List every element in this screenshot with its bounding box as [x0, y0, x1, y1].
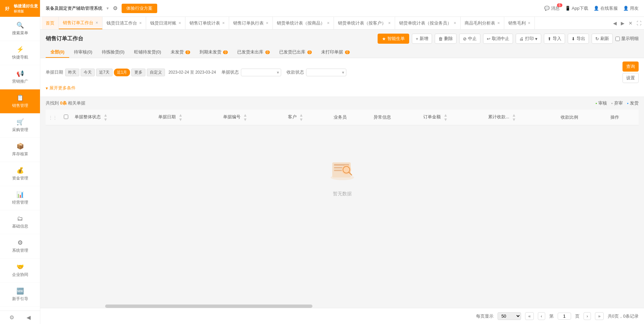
filter-date-yesterday[interactable]: 昨天	[65, 69, 79, 76]
add-button[interactable]: + 新增	[412, 34, 432, 44]
settings-filter-button[interactable]: 设置	[622, 73, 639, 83]
delete-icon: 🗑	[438, 36, 443, 41]
ship-action-btn[interactable]: 发货	[627, 100, 639, 106]
tab-close-icon[interactable]: ✕	[139, 21, 142, 25]
subtab-overdue[interactable]: 到期未发货 0	[195, 47, 232, 58]
subtab-pending-inspect[interactable]: 待拣验货(0)	[97, 47, 129, 58]
refresh-button[interactable]: ↻ 刷新	[592, 34, 613, 44]
subtab-badge: 0	[345, 50, 350, 54]
show-detail-checkbox[interactable]: 显示明细	[615, 36, 639, 42]
subtab-shipped-out[interactable]: 已发货已出库 0	[274, 47, 316, 58]
print-button[interactable]: 🖨 打印 ▾	[516, 34, 541, 44]
query-button[interactable]: 查询	[622, 62, 639, 72]
sidebar-item-sales[interactable]: 📋 销售管理	[0, 89, 40, 114]
cancel-stop-button[interactable]: ↩ 取消中止	[483, 34, 513, 44]
subtab-wangpu[interactable]: 旺铺待发货(0)	[129, 47, 166, 58]
export-button[interactable]: ⬇ 导出	[568, 34, 589, 44]
sidebar-item-system[interactable]: ⚙ 系统管理	[0, 234, 40, 258]
experience-btn[interactable]: 体验行业方案	[122, 4, 157, 13]
user-item[interactable]: 👤 用友	[623, 5, 639, 11]
filter-date-item: 单据日期 昨天 今天 近7天 近1月 更多 自定义 2023-02-24 至 2…	[46, 69, 216, 76]
tab-cash-daily[interactable]: 钱货日清工作台 ✕	[102, 17, 146, 29]
filter-status-select[interactable]	[241, 69, 281, 76]
tab-close-icon[interactable]: ✕	[266, 21, 268, 25]
tab-home[interactable]: 首页	[42, 17, 59, 29]
topbar-settings-icon[interactable]: ⚙	[113, 5, 118, 11]
tab-maximize-btn[interactable]: ⛶	[635, 20, 643, 27]
sidebar-item-purchase[interactable]: 🛒 采购管理	[0, 114, 40, 138]
sidebar-item-inventory[interactable]: 📦 库存核算	[0, 138, 40, 162]
tab-close-icon[interactable]: ✕	[454, 21, 456, 25]
tab-close-icon[interactable]: ✕	[497, 21, 500, 25]
app-download-item[interactable]: 📱 App下载	[565, 5, 588, 11]
filter-date-7days[interactable]: 近7天	[96, 69, 113, 76]
show-detail-input[interactable]	[615, 37, 620, 41]
cancel-action-btn[interactable]: 弃审	[611, 100, 623, 106]
col-status: 单据整体状态 ▲▼	[72, 110, 156, 125]
tab-close-all-btn[interactable]: ✕	[627, 20, 634, 27]
filter-date-1month[interactable]: 近1月	[114, 69, 130, 76]
scroll-thumb[interactable]	[105, 305, 313, 308]
tab-sales-profit[interactable]: 销售毛利 ✕	[504, 17, 535, 29]
tab-sales-staff[interactable]: 销货单统计表（按业务员） ✕	[395, 17, 461, 29]
filter-payment-select[interactable]	[306, 69, 346, 76]
sidebar-item-operation[interactable]: 📊 经营管理	[0, 186, 40, 210]
sidebar-item-search[interactable]: 🔍 搜索菜单	[0, 17, 40, 41]
audit-action-btn[interactable]: 审核	[595, 100, 607, 106]
sidebar-item-basic[interactable]: 🗂 基础信息	[0, 210, 40, 234]
summary-count: 0条	[60, 100, 67, 106]
subtab-not-shipped[interactable]: 未发货 0	[166, 47, 195, 58]
delete-button[interactable]: 🗑 删除	[435, 34, 457, 44]
tab-sales-exec[interactable]: 销售订单执行表 ✕	[229, 17, 273, 29]
empty-svg	[326, 152, 359, 186]
smart-gen-button[interactable]: ★ 智能生单	[378, 34, 409, 44]
per-page-select[interactable]: 10 20 50 100	[498, 312, 521, 320]
filter-date-more[interactable]: 更多	[131, 69, 145, 76]
tab-cash-reconcile[interactable]: 钱货日清对账 ✕	[146, 17, 185, 29]
tab-gross[interactable]: 商品毛利分析表 ✕	[461, 17, 504, 29]
system-icon: ⚙	[17, 239, 23, 246]
sidebar-item-marketing[interactable]: 📢 营销推广	[0, 65, 40, 89]
settings-bottom-icon[interactable]: ⚙	[9, 314, 14, 321]
next-page-btn[interactable]: ›	[584, 312, 591, 320]
tab-close-icon[interactable]: ✕	[178, 21, 181, 25]
online-service-item[interactable]: 👤 在线客服	[594, 5, 618, 11]
subtab-not-printed[interactable]: 未打印单据 0	[316, 47, 354, 58]
sidebar-item-quicknav[interactable]: ⚡ 快捷导航	[0, 41, 40, 65]
sidebar-item-guide[interactable]: 🆕 新手引导	[0, 283, 40, 307]
sidebar-item-enterprise[interactable]: 🤝 企业协同	[0, 258, 40, 283]
refresh-icon: ↻	[595, 36, 599, 41]
tab-sales-stat[interactable]: 销售订单统计表 ✕	[185, 17, 229, 29]
stop-button[interactable]: ⊘ 中止	[459, 34, 480, 44]
tab-close-icon[interactable]: ✕	[95, 21, 98, 25]
tab-sales-customer[interactable]: 销货单统计表（按客户） ✕	[334, 17, 395, 29]
last-page-btn[interactable]: »	[595, 312, 603, 320]
collapse-icon[interactable]: ◀	[27, 314, 31, 321]
subtab-shipped-not-out[interactable]: 已发货未出库 0	[232, 47, 274, 58]
select-all-checkbox[interactable]	[64, 115, 68, 119]
subtab-pending-review[interactable]: 待审核(0)	[69, 47, 97, 58]
sidebar-item-finance[interactable]: 💰 资金管理	[0, 162, 40, 186]
export-label: 导出	[576, 36, 585, 42]
tab-close-icon[interactable]: ✕	[528, 21, 530, 25]
first-page-btn[interactable]: «	[525, 312, 533, 320]
tab-label: 销售订单统计表	[189, 20, 220, 26]
import-button[interactable]: ⬆ 导入	[544, 34, 565, 44]
scroll-track[interactable]	[46, 305, 639, 308]
expand-filter-btn[interactable]: ▾ 展开更多条件	[46, 85, 76, 91]
prev-page-btn[interactable]: ‹	[538, 312, 545, 320]
tab-label: 销售订单执行表	[233, 20, 264, 26]
filter-date-custom[interactable]: 自定义	[147, 69, 165, 76]
page-input[interactable]	[558, 313, 571, 320]
guide-icon: 🆕	[16, 287, 24, 295]
filter-date-today[interactable]: 今天	[81, 69, 95, 76]
subtab-all[interactable]: 全部(0)	[46, 47, 69, 58]
tab-close-icon[interactable]: ✕	[222, 21, 225, 25]
tab-sales-product[interactable]: 销货单统计表（按商品） ✕	[273, 17, 334, 29]
tab-next-btn[interactable]: ▶	[619, 20, 626, 27]
tab-close-icon[interactable]: ✕	[388, 21, 391, 25]
message-item[interactable]: 💬 消息 6	[544, 5, 560, 11]
tab-close-icon[interactable]: ✕	[327, 21, 330, 25]
tab-prev-btn[interactable]: ◀	[612, 20, 618, 27]
tab-sales-workbench[interactable]: 销售订单工作台 ✕	[59, 17, 102, 29]
